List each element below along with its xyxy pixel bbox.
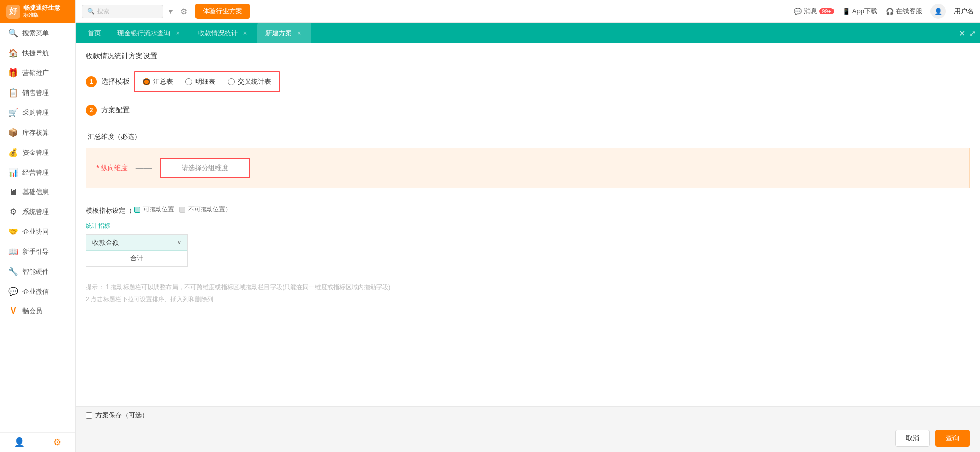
movable-dot bbox=[134, 207, 140, 213]
guide-icon: 📖 bbox=[8, 247, 18, 256]
tab-receipt-stats[interactable]: 收款情况统计 × bbox=[190, 23, 257, 43]
operation-icon: 📊 bbox=[8, 168, 18, 177]
sidebar-item-inventory[interactable]: 📦 库存核算 bbox=[0, 123, 75, 142]
sidebar-label-inventory: 库存核算 bbox=[22, 128, 49, 137]
sidebar-item-sales[interactable]: 📋 销售管理 bbox=[0, 83, 75, 103]
topbar-right: 💬 消息 99+ 📱 App下载 🎧 在线客服 👤 用户名 bbox=[794, 4, 974, 19]
sidebar: 好 畅捷通好生意 标准版 🔍 搜索菜单 🏠 快捷导航 🎁 营销推广 📋 销售管理… bbox=[0, 0, 76, 452]
metrics-table: 收款金额 ∨ 合计 bbox=[86, 234, 188, 267]
user-icon: 👤 bbox=[14, 437, 25, 448]
tab-home[interactable]: 首页 bbox=[80, 23, 109, 43]
message-label: 消息 bbox=[804, 7, 817, 16]
topbar-arrow-icon[interactable]: ▼ bbox=[167, 8, 174, 15]
option-cross-label: 交叉统计表 bbox=[238, 77, 271, 86]
sidebar-item-member[interactable]: V 畅会员 bbox=[0, 301, 75, 321]
dimension-row: * 纵向维度 —— 请选择分组维度 bbox=[96, 158, 250, 178]
sidebar-label-sales: 销售管理 bbox=[22, 88, 49, 98]
app-icon: 📱 bbox=[842, 8, 850, 15]
tips-section: 提示： 1.拖动标题栏可以调整布局，不可跨维度或指标区域拖动栏目字段(只能在同一… bbox=[86, 275, 970, 312]
radio-summary[interactable] bbox=[143, 78, 150, 85]
app-download-btn[interactable]: 📱 App下载 bbox=[842, 7, 877, 16]
wechat-icon: 💬 bbox=[8, 287, 18, 296]
service-icon: 🎧 bbox=[886, 8, 894, 15]
sidebar-bottom: 👤 ⚙ bbox=[0, 432, 75, 452]
stats-indicator-label: 统计指标 bbox=[86, 222, 970, 230]
tab-receipt-stats-close[interactable]: × bbox=[241, 29, 249, 37]
tabs-close-all-icon[interactable]: ✕ bbox=[959, 29, 965, 38]
sidebar-settings-btn[interactable]: ⚙ bbox=[53, 437, 61, 448]
trial-button[interactable]: 体验行业方案 bbox=[195, 4, 250, 19]
sidebar-item-system[interactable]: ⚙ 系统管理 bbox=[0, 202, 75, 222]
save-plan-checkbox-label[interactable]: 方案保存（可选） bbox=[86, 411, 149, 420]
sidebar-item-enterprise[interactable]: 🤝 企业协同 bbox=[0, 222, 75, 242]
sidebar-label-guide: 新手引导 bbox=[22, 247, 49, 256]
sales-icon: 📋 bbox=[8, 88, 18, 98]
sidebar-item-finance[interactable]: 💰 资金管理 bbox=[0, 142, 75, 162]
sidebar-item-search[interactable]: 🔍 搜索菜单 bbox=[0, 23, 75, 43]
sidebar-item-baseinfo[interactable]: 🖥 基础信息 bbox=[0, 182, 75, 202]
sidebar-item-hardware[interactable]: 🔧 智能硬件 bbox=[0, 261, 75, 281]
option-cross[interactable]: 交叉统计表 bbox=[228, 77, 271, 86]
option-summary[interactable]: 汇总表 bbox=[143, 77, 173, 86]
step1-section: 1 选择模板 汇总表 明细表 交叉统计表 bbox=[86, 71, 970, 92]
radio-cross[interactable] bbox=[228, 78, 235, 85]
message-btn[interactable]: 💬 消息 99+ bbox=[794, 7, 834, 16]
online-service-btn[interactable]: 🎧 在线客服 bbox=[886, 7, 922, 16]
finance-icon: 💰 bbox=[8, 148, 18, 157]
sidebar-item-wechat[interactable]: 💬 企业微信 bbox=[0, 281, 75, 301]
metrics-header: 模板指标设定（ 可拖动位置 不可拖动位置） bbox=[86, 205, 970, 216]
sidebar-item-purchase[interactable]: 🛒 采购管理 bbox=[0, 103, 75, 123]
tip-1: 提示： 1.拖动标题栏可以调整布局，不可跨维度或指标区域拖动栏目字段(只能在同一… bbox=[86, 281, 970, 293]
sidebar-label-system: 系统管理 bbox=[22, 207, 49, 217]
sidebar-item-guide[interactable]: 📖 新手引导 bbox=[0, 242, 75, 261]
option-summary-label: 汇总表 bbox=[153, 77, 173, 86]
dimension-row-label: * 纵向维度 bbox=[96, 163, 128, 173]
dimension-placeholder[interactable]: 请选择分组维度 bbox=[160, 158, 250, 178]
metrics-chevron-icon[interactable]: ∨ bbox=[177, 239, 181, 246]
tabs-bar: 首页 现金银行流水查询 × 收款情况统计 × 新建方案 × ✕ ⤢ bbox=[76, 23, 980, 43]
inventory-icon: 📦 bbox=[8, 128, 18, 137]
sidebar-label-operation: 经营管理 bbox=[22, 168, 49, 177]
legend-fixed: 不可拖动位置） bbox=[179, 205, 231, 214]
option-detail-label: 明细表 bbox=[195, 77, 215, 86]
template-options: 汇总表 明细表 交叉统计表 bbox=[134, 71, 280, 92]
topbar-search[interactable]: 🔍 搜索 bbox=[82, 5, 163, 18]
radio-detail[interactable] bbox=[185, 78, 192, 85]
dimension-section: 汇总维度（必选） * 纵向维度 —— 请选择分组维度 bbox=[86, 124, 970, 197]
save-plan-checkbox[interactable] bbox=[86, 412, 92, 419]
tabs-expand-icon[interactable]: ⤢ bbox=[969, 29, 976, 38]
hardware-icon: 🔧 bbox=[8, 267, 18, 276]
step2-num: 2 bbox=[86, 105, 97, 116]
tab-new-plan-close[interactable]: × bbox=[295, 29, 303, 37]
topbar-search-text: 搜索 bbox=[97, 7, 109, 16]
step2-header: 2 方案配置 bbox=[86, 105, 970, 116]
user-avatar: 👤 bbox=[930, 4, 946, 19]
tab-bank-flow-close[interactable]: × bbox=[174, 29, 182, 37]
sidebar-logo: 好 畅捷通好生意 标准版 bbox=[0, 0, 75, 23]
username-label: 用户名 bbox=[954, 7, 974, 16]
tab-bank-flow[interactable]: 现金银行流水查询 × bbox=[109, 23, 190, 43]
option-detail[interactable]: 明细表 bbox=[185, 77, 215, 86]
sidebar-label-enterprise: 企业协同 bbox=[22, 227, 49, 236]
topbar-search-icon: 🔍 bbox=[87, 8, 95, 15]
step1-num: 1 bbox=[86, 76, 97, 87]
sidebar-item-marketing[interactable]: 🎁 营销推广 bbox=[0, 63, 75, 83]
service-label: 在线客服 bbox=[896, 7, 922, 16]
home-icon: 🏠 bbox=[8, 48, 18, 58]
topbar-gear-icon[interactable]: ⚙ bbox=[180, 7, 187, 16]
sidebar-item-operation[interactable]: 📊 经营管理 bbox=[0, 162, 75, 182]
sidebar-label-member: 畅会员 bbox=[22, 306, 42, 316]
page-title: 收款情况统计方案设置 bbox=[86, 52, 970, 61]
sidebar-item-quicknav[interactable]: 🏠 快捷导航 bbox=[0, 43, 75, 63]
cancel-button[interactable]: 取消 bbox=[895, 430, 930, 447]
metrics-section: 模板指标设定（ 可拖动位置 不可拖动位置） 统计 bbox=[86, 197, 970, 275]
tab-home-label: 首页 bbox=[88, 29, 101, 38]
message-icon: 💬 bbox=[794, 8, 802, 15]
sidebar-user-btn[interactable]: 👤 bbox=[14, 437, 25, 448]
logo-sub: 标准版 bbox=[23, 12, 60, 19]
tab-new-plan[interactable]: 新建方案 × bbox=[257, 23, 311, 43]
main-area: 🔍 搜索 ▼ ⚙ 体验行业方案 💬 消息 99+ 📱 App下载 🎧 在线客服 … bbox=[76, 0, 980, 452]
member-icon: V bbox=[8, 306, 18, 316]
query-button[interactable]: 查询 bbox=[935, 430, 970, 447]
step1-title: 选择模板 bbox=[101, 77, 130, 86]
